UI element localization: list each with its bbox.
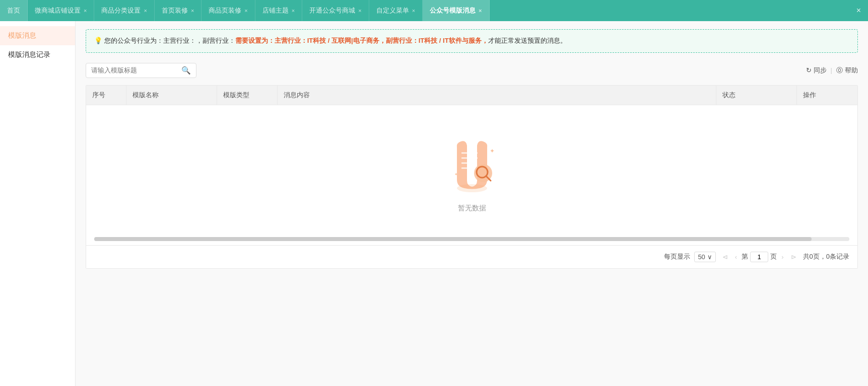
sync-button[interactable]: ↻ 同步 (806, 66, 827, 75)
nav-tab-label-7: 自定义菜单 (376, 6, 409, 15)
search-bar: 🔍 ↻ 同步 | ⓪ 帮助 (86, 63, 858, 78)
nav-tab-0[interactable]: 首页 (0, 0, 28, 21)
sidebar-item-1[interactable]: 模版消息记录 (0, 45, 75, 64)
nav-tab-label-6: 开通公众号商城 (309, 6, 355, 15)
sidebar: 模版消息模版消息记录 (0, 21, 76, 386)
scrollbar-thumb (94, 237, 812, 241)
page-summary: 共0页，0条记录 (803, 252, 849, 261)
first-page-button[interactable]: ⊲ (720, 252, 730, 262)
alert-prefix: 💡 您的公众号行业为：主营行业：，副营行业： (94, 37, 235, 44)
nav-tab-7[interactable]: 自定义菜单× (369, 0, 423, 21)
nav-tab-6[interactable]: 开通公众号商城× (302, 0, 369, 21)
table-header-col-1: 模版名称 (126, 86, 217, 105)
scrollbar-track[interactable] (94, 237, 849, 241)
chevron-down-icon: ∨ (707, 253, 712, 261)
table-header: 序号模版名称模版类型消息内容状态操作 (86, 86, 857, 105)
sidebar-item-0[interactable]: 模版消息 (0, 26, 75, 45)
search-input[interactable] (91, 66, 181, 74)
table-header-col-3: 消息内容 (278, 86, 716, 105)
nav-tab-4[interactable]: 商品页装修× (202, 0, 255, 21)
nav-tab-close-6[interactable]: × (358, 8, 361, 14)
nav-tab-close-7[interactable]: × (412, 8, 415, 14)
nav-tab-label-3: 首页装修 (162, 6, 188, 15)
sync-icon: ↻ (806, 66, 812, 74)
nav-tab-5[interactable]: 店铺主题× (255, 0, 302, 21)
page-label: 第 (742, 252, 748, 261)
empty-text: 暂无数据 (458, 204, 486, 213)
nav-tab-label-4: 商品页装修 (209, 6, 241, 15)
nav-tab-close-1[interactable]: × (84, 8, 87, 14)
help-icon: ⓪ (836, 66, 843, 75)
svg-text:✦: ✦ (490, 147, 495, 155)
page-size-label: 每页显示 (664, 252, 690, 261)
search-wrap: 🔍 (86, 63, 196, 78)
nav-tab-close-5[interactable]: × (292, 8, 295, 14)
svg-text:✦: ✦ (454, 172, 458, 177)
nav-tab-8[interactable]: 公众号模版消息× (423, 0, 489, 21)
nav-tab-label-0: 首页 (7, 6, 20, 15)
nav-tab-label-2: 商品分类设置 (101, 6, 141, 15)
nav-tab-label-5: 店铺主题 (262, 6, 289, 15)
content-area: 💡 您的公众号行业为：主营行业：，副营行业：需要设置为：主营行业：IT科技 / … (76, 21, 868, 386)
pagination-area: 每页显示 50 ∨ ⊲ ‹ 第 页 › ⊳ 共0页，0条记录 (86, 245, 857, 268)
last-page-button[interactable]: ⊳ (788, 252, 799, 262)
nav-tab-label-8: 公众号模版消息 (430, 6, 476, 15)
search-icon[interactable]: 🔍 (181, 66, 191, 75)
nav-tab-label-1: 微商城店铺设置 (35, 6, 81, 15)
table-header-col-4: 状态 (716, 86, 797, 105)
alert-suffix: 才能正常发送预置的消息。 (488, 37, 567, 44)
nav-tab-3[interactable]: 首页装修× (155, 0, 202, 21)
page-number-input[interactable] (750, 252, 768, 262)
page-nav: ⊲ ‹ 第 页 › ⊳ (720, 252, 799, 262)
page-unit: 页 (770, 252, 777, 261)
industry-alert: 💡 您的公众号行业为：主营行业：，副营行业：需要设置为：主营行业：IT科技 / … (86, 29, 858, 53)
empty-icon: ✦ ✦ (442, 135, 502, 196)
nav-tab-close-8[interactable]: × (479, 8, 482, 14)
help-button[interactable]: ⓪ 帮助 (836, 66, 858, 75)
table-header-col-0: 序号 (86, 86, 126, 105)
next-page-button[interactable]: › (779, 252, 786, 262)
data-table: 序号模版名称模版类型消息内容状态操作 (86, 85, 858, 269)
page-size-select[interactable]: 50 ∨ (694, 252, 715, 262)
nav-tab-1[interactable]: 微商城店铺设置× (28, 0, 94, 21)
nav-tab-2[interactable]: 商品分类设置× (94, 0, 154, 21)
table-header-col-5: 操作 (797, 86, 857, 105)
empty-state: ✦ ✦ 暂无数据 (86, 105, 857, 233)
top-nav: 首页微商城店铺设置×商品分类设置×首页装修×商品页装修×店铺主题×开通公众号商城… (0, 0, 868, 21)
toolbar-right: ↻ 同步 | ⓪ 帮助 (806, 66, 858, 75)
nav-tab-close-3[interactable]: × (191, 8, 194, 14)
nav-tab-close-2[interactable]: × (144, 8, 147, 14)
prev-page-button[interactable]: ‹ (732, 252, 740, 262)
table-header-col-2: 模版类型 (217, 86, 278, 105)
page-size-value: 50 (698, 253, 705, 261)
toolbar-divider: | (831, 66, 832, 74)
main-layout: 模版消息模版消息记录 💡 您的公众号行业为：主营行业：，副营行业：需要设置为：主… (0, 21, 868, 386)
nav-tab-close-4[interactable]: × (244, 8, 247, 14)
global-close-button[interactable]: × (849, 6, 868, 15)
alert-highlight: 需要设置为：主营行业：IT科技 / 互联网|电子商务，副营行业：IT科技 / I… (235, 37, 488, 44)
